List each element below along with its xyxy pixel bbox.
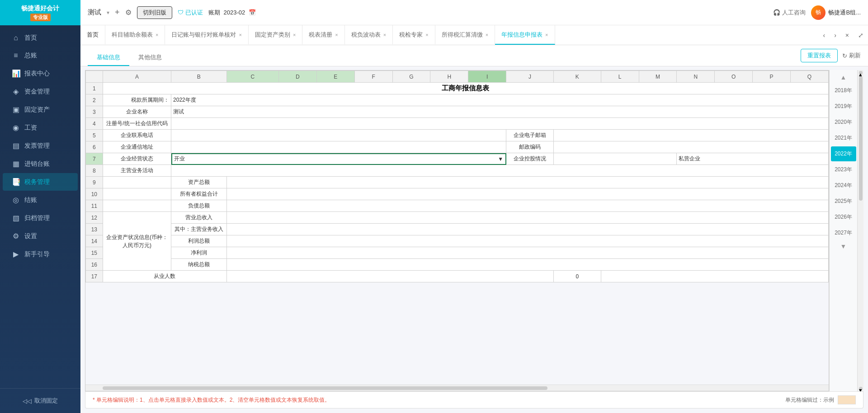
subtab-basic[interactable]: 基础信息 [88, 50, 129, 66]
tab-journal-close[interactable]: × [239, 32, 241, 38]
tab-assets-close[interactable]: × [293, 32, 296, 38]
tab-yearreport[interactable]: 年报信息申报表 × [495, 25, 555, 45]
tab-assets[interactable]: 固定资产类别 × [249, 25, 302, 45]
tab-taxwave-close[interactable]: × [383, 32, 386, 38]
tab-taxcheck-close[interactable]: × [425, 32, 428, 38]
cell-7K[interactable] [553, 153, 677, 165]
year-2023[interactable]: 2023年 [831, 162, 856, 177]
tab-home[interactable]: 首页 [80, 25, 105, 45]
topbar-settings-icon[interactable]: ⚙ [125, 8, 132, 17]
tab-expand-button[interactable]: ⤢ [854, 25, 868, 45]
v-scrollbar[interactable]: ▴ ▾ [857, 70, 863, 391]
cell-2B[interactable]: 2022年度 [171, 94, 829, 106]
v-scroll-down[interactable]: ▾ [859, 387, 863, 390]
tab-close-all-button[interactable]: × [841, 25, 854, 45]
sidebar-item-funds[interactable]: ◈ 资金管理 [3, 83, 78, 100]
sidebar-item-tax[interactable]: 📑 税务管理 [3, 173, 78, 191]
sidebar-item-stock[interactable]: ▦ 进销台账 [3, 155, 78, 173]
topbar-add-button[interactable]: + [115, 8, 120, 17]
sidebar-item-invoice[interactable]: ▤ 发票管理 [3, 137, 78, 155]
year-2021[interactable]: 2021年 [831, 131, 856, 145]
tab-auxiliary[interactable]: 科目辅助余额表 × [105, 25, 165, 45]
cell-6K[interactable] [553, 141, 828, 153]
year-2022[interactable]: 2022年 [831, 146, 856, 161]
cell-16C[interactable] [226, 259, 828, 271]
spreadsheet-scroll-area[interactable]: A B C D E F G H I J K L [85, 70, 829, 385]
cell-3B[interactable]: 测试 [171, 106, 829, 118]
cell-8B[interactable] [171, 165, 829, 177]
subtab-other[interactable]: 其他信息 [129, 50, 171, 66]
sidebar-item-home[interactable]: ⌂ 首页 [3, 29, 78, 47]
cell-14B: 利润总额 [171, 235, 227, 247]
tab-incometax[interactable]: 所得税汇算清缴 × [435, 25, 495, 45]
tab-journal[interactable]: 日记账与银行对账单核对 × [165, 25, 248, 45]
cancel-fixed-button[interactable]: ◁◁ 取消固定 [5, 393, 76, 408]
cell-10A[interactable] [103, 188, 171, 200]
year-2024[interactable]: 2024年 [831, 178, 856, 193]
cell-12C[interactable] [226, 212, 828, 224]
logo-subtitle: 专业版 [30, 14, 51, 21]
cell-11A[interactable] [103, 200, 171, 212]
cell-15B: 净利润 [171, 247, 227, 259]
tab-taxreturn-close[interactable]: × [335, 32, 338, 38]
cell-15C[interactable] [226, 247, 828, 259]
tab-taxwave[interactable]: 税负波动表 × [345, 25, 393, 45]
sidebar-item-guide[interactable]: ▶ 新手引导 [3, 245, 78, 263]
cell-7C[interactable]: 开业 ▼ [171, 153, 506, 165]
dropdown-cell[interactable]: 开业 ▼ [171, 153, 506, 164]
sidebar-item-settle[interactable]: ◎ 结账 [3, 191, 78, 209]
cell-17L[interactable] [601, 271, 828, 282]
reset-button[interactable]: 重置报表 [801, 49, 838, 62]
cell-7O[interactable]: 私营企业 [677, 153, 829, 165]
user-menu[interactable]: 畅 畅捷通B组... [811, 5, 861, 20]
h-scrollbar[interactable] [85, 385, 829, 391]
tab-auxiliary-close[interactable]: × [156, 32, 158, 38]
tab-incometax-close[interactable]: × [486, 32, 488, 38]
topbar-dropdown-icon[interactable]: ▾ [107, 9, 109, 16]
cell-11C[interactable] [226, 200, 828, 212]
h-scrollbar-thumb[interactable] [103, 386, 547, 390]
cell-9A[interactable] [103, 177, 171, 188]
cell-13C[interactable] [226, 224, 828, 235]
v-scroll-up[interactable]: ▴ [859, 71, 863, 75]
cell-5B[interactable] [171, 130, 506, 141]
cell-17C[interactable] [226, 271, 553, 282]
cell-12A-merged: 企业资产状况信息(币种：人民币万元) [103, 212, 171, 271]
consult-button[interactable]: 🎧 人工咨询 [773, 9, 806, 17]
cell-6B[interactable] [171, 141, 506, 153]
cell-17K[interactable]: 0 [553, 271, 601, 282]
year-2018[interactable]: 2018年 [831, 83, 856, 98]
year-2026[interactable]: 2026年 [831, 210, 856, 225]
calendar-icon[interactable]: 📅 [249, 9, 256, 16]
tab-yearreport-close[interactable]: × [545, 32, 548, 38]
year-2019[interactable]: 2019年 [831, 99, 856, 114]
cell-5K[interactable] [553, 130, 828, 141]
sidebar-item-ledger[interactable]: ≡ 总账 [3, 47, 78, 64]
sidebar-item-reports[interactable]: 📊 报表中心 [3, 65, 78, 82]
subtab-basic-label: 基础信息 [97, 54, 120, 61]
refresh-button[interactable]: ↻ 刷新 [842, 52, 861, 60]
settle-icon: ◎ [12, 196, 20, 204]
year-scroll-down[interactable]: ▼ [839, 241, 849, 252]
year-2020[interactable]: 2020年 [831, 115, 856, 130]
tab-taxreturn[interactable]: 税表清册 × [302, 25, 344, 45]
ledger-icon: ≡ [12, 52, 20, 60]
sidebar-item-wages[interactable]: ◉ 工资 [3, 119, 78, 136]
sidebar-item-assets[interactable]: ▣ 固定资产 [3, 101, 78, 118]
sidebar-item-settings[interactable]: ⚙ 设置 [3, 227, 78, 245]
sidebar-item-archive[interactable]: ▧ 归档管理 [3, 209, 78, 227]
year-scroll-up[interactable]: ▲ [839, 72, 849, 83]
v-scrollbar-thumb[interactable] [859, 76, 863, 201]
switch-old-version-button[interactable]: 切到旧版 [137, 6, 172, 19]
cell-14C[interactable] [226, 235, 828, 247]
year-2025[interactable]: 2025年 [831, 194, 856, 209]
tab-next-button[interactable]: › [830, 25, 841, 45]
cell-10C[interactable] [226, 188, 828, 200]
year-2027[interactable]: 2027年 [831, 225, 856, 240]
tab-taxcheck[interactable]: 税检专家 × [393, 25, 435, 45]
cell-9C[interactable] [226, 177, 828, 188]
sheet-title-cell[interactable]: 工商年报信息表 [103, 83, 828, 94]
tab-prev-button[interactable]: ‹ [818, 25, 830, 45]
cell-4B[interactable] [171, 118, 829, 130]
assets-icon: ▣ [12, 105, 20, 114]
